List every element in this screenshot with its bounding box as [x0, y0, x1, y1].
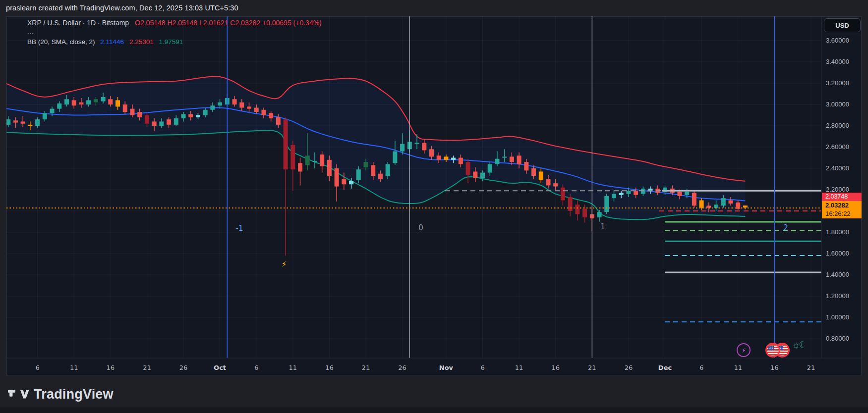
candle[interactable]	[597, 212, 602, 217]
candle[interactable]	[35, 119, 40, 126]
candle[interactable]	[349, 181, 353, 184]
candle[interactable]	[327, 160, 332, 176]
candle[interactable]	[466, 162, 470, 175]
bb-indicator-row[interactable]: BB (20, SMA, close, 2) 2.11446 2.25301 1…	[27, 39, 322, 46]
candle[interactable]	[400, 144, 405, 152]
candle[interactable]	[451, 158, 456, 160]
candle[interactable]	[28, 125, 32, 126]
candle[interactable]	[473, 171, 477, 178]
candle[interactable]	[378, 174, 383, 179]
candle[interactable]	[568, 197, 573, 211]
candle[interactable]	[706, 206, 711, 207]
candle[interactable]	[21, 121, 25, 123]
candle[interactable]	[393, 152, 397, 163]
candle[interactable]	[72, 100, 76, 105]
symbol-row[interactable]: XRP / U.S. Dollar · 1D · Bitstamp O2.051…	[27, 19, 322, 26]
candle[interactable]	[181, 114, 186, 118]
candle[interactable]	[269, 113, 273, 118]
candle[interactable]	[174, 118, 178, 125]
candle[interactable]	[729, 201, 733, 204]
candle[interactable]	[261, 110, 266, 115]
tradingview-logo[interactable]: TradingView	[8, 386, 114, 403]
candle[interactable]	[641, 189, 645, 194]
candle[interactable]	[582, 209, 587, 217]
candle[interactable]	[517, 155, 521, 164]
candle[interactable]	[239, 103, 244, 108]
candle[interactable]	[371, 165, 375, 176]
candle[interactable]	[634, 191, 638, 195]
wave-count-label[interactable]: 2	[783, 223, 788, 232]
candle[interactable]	[101, 97, 106, 102]
chart-legend[interactable]: XRP / U.S. Dollar · 1D · Bitstamp O2.051…	[27, 19, 322, 46]
candle[interactable]	[79, 103, 83, 104]
candle[interactable]	[167, 119, 171, 125]
candle[interactable]	[575, 205, 579, 214]
candle[interactable]	[539, 171, 543, 180]
candle[interactable]	[57, 103, 61, 109]
candle[interactable]	[699, 201, 704, 208]
candle[interactable]	[64, 99, 69, 104]
bollinger-bands[interactable]	[6, 77, 745, 220]
candle[interactable]	[6, 119, 10, 125]
candle[interactable]	[203, 110, 208, 115]
candle[interactable]	[335, 168, 339, 187]
candle[interactable]	[604, 196, 609, 212]
candle[interactable]	[108, 99, 113, 104]
candle[interactable]	[685, 192, 689, 195]
candle[interactable]	[721, 198, 726, 206]
wave-count-label[interactable]: -1	[236, 224, 243, 233]
candle[interactable]	[298, 163, 302, 171]
candle[interactable]	[312, 161, 317, 162]
candle[interactable]	[159, 121, 164, 126]
candle[interactable]	[692, 193, 696, 206]
candle[interactable]	[619, 193, 624, 195]
candle[interactable]	[50, 109, 55, 113]
candle[interactable]	[437, 155, 441, 160]
symbol-title[interactable]: XRP / U.S. Dollar · 1D · Bitstamp	[27, 19, 129, 27]
candle[interactable]	[43, 113, 47, 119]
candle[interactable]	[86, 100, 91, 104]
sun-moon-icon[interactable]: ☼☾	[792, 339, 806, 351]
candle[interactable]	[480, 173, 485, 178]
candle[interactable]	[145, 115, 149, 124]
currency-toggle-button[interactable]: USD	[824, 18, 861, 32]
candle[interactable]	[459, 158, 463, 164]
candle[interactable]	[415, 143, 419, 144]
candle[interactable]	[524, 162, 528, 170]
event-marker-icon[interactable]: ⚡	[281, 259, 287, 269]
candle[interactable]	[137, 112, 142, 117]
candle[interactable]	[232, 99, 237, 104]
candle[interactable]	[561, 188, 565, 201]
lightning-badge-icon[interactable]: ⚡	[737, 343, 751, 357]
candle[interactable]	[546, 179, 551, 186]
candle[interactable]	[386, 164, 390, 176]
wave-count-label[interactable]: 1	[600, 222, 605, 231]
candle[interactable]	[130, 109, 134, 115]
candle[interactable]	[612, 194, 616, 199]
candle[interactable]	[320, 155, 324, 166]
candle[interactable]	[429, 149, 434, 156]
candle[interactable]	[356, 169, 361, 180]
candle[interactable]	[677, 192, 682, 196]
candle[interactable]	[502, 156, 507, 157]
candle[interactable]	[444, 156, 448, 159]
candle[interactable]	[284, 119, 288, 169]
candle[interactable]	[342, 179, 346, 185]
candle[interactable]	[495, 159, 499, 164]
candle[interactable]	[94, 99, 98, 102]
candle[interactable]	[276, 117, 281, 125]
candle[interactable]	[364, 162, 368, 167]
candle[interactable]	[510, 156, 514, 162]
us-flag-icon[interactable]	[765, 343, 780, 358]
candle[interactable]	[210, 105, 215, 110]
candle[interactable]	[290, 145, 295, 169]
candle[interactable]	[218, 103, 222, 105]
time-scale[interactable]: 611162126Oct611162126Nov611162126Dec6111…	[35, 364, 815, 371]
bb-indicator-title[interactable]: BB (20, SMA, close, 2)	[27, 38, 95, 46]
candle[interactable]	[714, 205, 718, 207]
wave-count-label[interactable]: 0	[418, 223, 423, 232]
candle[interactable]	[488, 164, 492, 172]
candle[interactable]	[422, 143, 426, 150]
candlestick-chart[interactable]: -1012⚡611162126Oct611162126Nov611162126D…	[6, 16, 862, 375]
candle[interactable]	[116, 100, 120, 106]
